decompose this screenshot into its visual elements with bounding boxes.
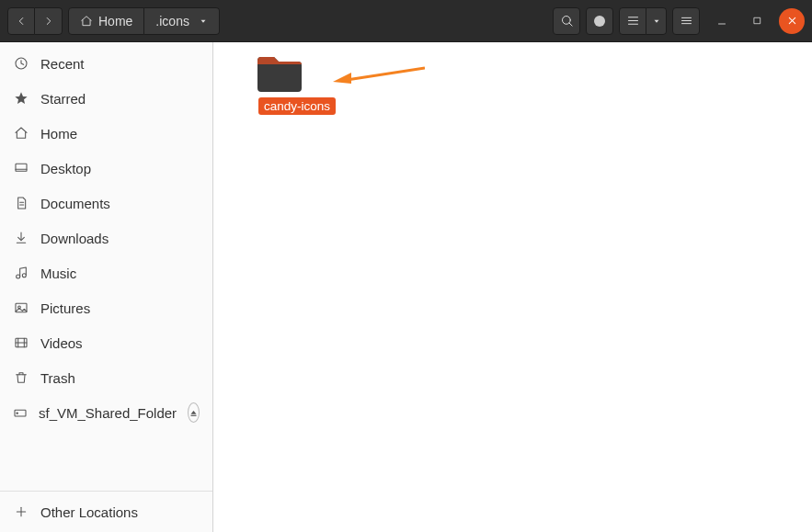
sidebar-item-label: Videos	[40, 335, 83, 351]
svg-point-28	[17, 413, 17, 413]
sidebar-item-documents[interactable]: Documents	[0, 186, 212, 221]
sidebar-item-trash[interactable]: Trash	[0, 360, 212, 395]
maximize-icon	[752, 16, 762, 26]
window-maximize-button[interactable]	[744, 8, 770, 34]
sidebar-item-label: sf_VM_Shared_Folder	[39, 405, 177, 421]
sidebar-item-label: Music	[40, 266, 76, 281]
plus-icon	[13, 504, 29, 520]
list-view-icon	[626, 14, 640, 28]
path-segment-current[interactable]: .icons	[144, 7, 220, 35]
svg-rect-13	[16, 164, 27, 171]
circle-indicator-icon	[594, 16, 605, 27]
minimize-icon	[716, 16, 727, 27]
home-icon	[13, 125, 29, 141]
sidebar: Recent Starred Home Desktop Documents	[0, 42, 213, 532]
star-icon	[13, 90, 29, 107]
body-area: Recent Starred Home Desktop Documents	[0, 42, 812, 532]
window-minimize-button[interactable]	[709, 8, 735, 34]
sidebar-item-label: Home	[40, 126, 77, 141]
music-icon	[13, 265, 29, 281]
sidebar-item-label: Other Locations	[40, 504, 138, 520]
svg-line-1	[569, 23, 572, 26]
close-icon	[787, 16, 797, 26]
sidebar-item-label: Recent	[40, 56, 85, 72]
sidebar-item-downloads[interactable]: Downloads	[0, 221, 212, 255]
svg-rect-9	[754, 17, 760, 23]
sidebar-item-label: Pictures	[40, 300, 90, 316]
path-bar: Home .icons	[68, 7, 220, 35]
svg-point-19	[17, 275, 20, 278]
titlebar: Home .icons	[0, 0, 812, 42]
search-button[interactable]	[553, 7, 580, 35]
folder-item-candy-icons[interactable]: candy-icons	[256, 53, 338, 115]
sidebar-item-label: Starred	[40, 91, 86, 107]
forward-button[interactable]	[35, 7, 63, 35]
list-view-button[interactable]	[619, 7, 646, 35]
sidebar-item-label: Documents	[40, 196, 110, 211]
trash-icon	[13, 369, 29, 386]
svg-line-32	[347, 68, 425, 80]
sidebar-item-shared-folder[interactable]: sf_VM_Shared_Folder	[0, 395, 212, 430]
sidebar-item-home[interactable]: Home	[0, 116, 212, 151]
sidebar-item-recent[interactable]: Recent	[0, 46, 212, 81]
sidebar-item-desktop[interactable]: Desktop	[0, 151, 212, 186]
zoom-indicator[interactable]	[586, 7, 613, 35]
annotation-arrow	[333, 61, 425, 88]
hamburger-menu-button[interactable]	[672, 7, 700, 35]
view-options	[619, 7, 667, 35]
folder-item-label: candy-icons	[258, 97, 336, 115]
videos-icon	[13, 334, 29, 351]
sidebar-item-pictures[interactable]: Pictures	[0, 290, 212, 325]
file-view[interactable]: candy-icons	[213, 42, 812, 532]
folder-icon	[256, 53, 338, 94]
sidebar-item-other-locations[interactable]: Other Locations	[0, 491, 212, 532]
search-icon	[560, 14, 574, 28]
nav-buttons	[7, 7, 63, 35]
back-button[interactable]	[7, 7, 35, 35]
download-icon	[13, 230, 29, 246]
drive-icon	[13, 404, 28, 421]
eject-button[interactable]	[188, 402, 200, 423]
svg-point-20	[22, 274, 26, 277]
svg-rect-21	[16, 303, 27, 311]
svg-rect-29	[191, 414, 197, 415]
sidebar-item-videos[interactable]: Videos	[0, 325, 212, 360]
chevron-down-icon	[652, 17, 661, 26]
sidebar-item-label: Desktop	[40, 161, 91, 176]
desktop-icon	[13, 160, 29, 176]
sidebar-item-label: Downloads	[40, 231, 109, 246]
documents-icon	[13, 195, 29, 211]
path-segment-home[interactable]: Home	[68, 7, 144, 35]
view-dropdown-button[interactable]	[646, 7, 667, 35]
path-home-label: Home	[98, 14, 132, 28]
sidebar-item-starred[interactable]: Starred	[0, 81, 212, 116]
sidebar-item-label: Trash	[40, 370, 75, 386]
chevron-down-icon	[199, 17, 208, 26]
clock-icon	[13, 55, 29, 72]
home-icon	[80, 15, 93, 28]
path-current-label: .icons	[155, 14, 189, 28]
window-close-button[interactable]	[779, 8, 805, 34]
hamburger-icon	[680, 14, 693, 28]
pictures-icon	[13, 300, 29, 316]
sidebar-item-music[interactable]: Music	[0, 255, 212, 290]
